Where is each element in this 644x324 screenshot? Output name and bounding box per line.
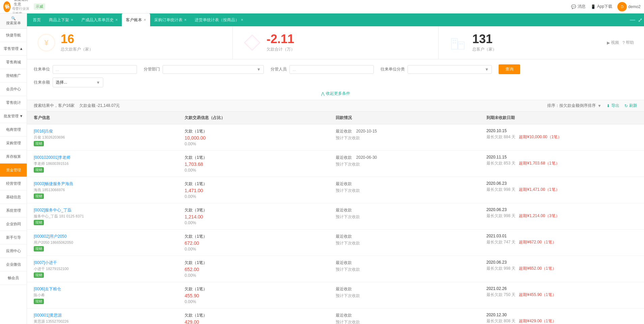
- overdue-link-4[interactable]: 超期¥672.00（1笔）: [519, 240, 556, 244]
- sidebar-item-purchase-mgmt[interactable]: 采购管理: [0, 137, 27, 150]
- sidebar-item-quick-nav[interactable]: 快捷导航: [0, 29, 27, 42]
- filter-group-unit-category: 往来单位分类 ▼: [381, 65, 492, 74]
- tab-product-shelves[interactable]: 商品上下架 ×: [45, 13, 77, 26]
- customer-name-0[interactable]: [0016]吕俊: [34, 128, 185, 134]
- sidebar-item-retail-mall[interactable]: 零售商城: [0, 56, 27, 69]
- customer-name-5[interactable]: [0007]小进干: [34, 260, 185, 266]
- collection-label-4: 最近收款: [336, 234, 486, 239]
- customer-phone-1: 李老师 18600391516: [34, 161, 185, 166]
- overdue-link-0[interactable]: 超期¥10,000.00（1笔）: [519, 135, 562, 139]
- sidebar-item-retail-mgmt[interactable]: 零售管理 ▲: [0, 42, 27, 56]
- help-button[interactable]: ? 帮助: [622, 40, 634, 46]
- total-customers-number: 131: [472, 33, 497, 45]
- tab-inbound-stats-close[interactable]: ×: [241, 18, 243, 22]
- debt-count-7: 欠款（1笔）: [185, 313, 335, 318]
- tab-customer-account-close[interactable]: ×: [144, 18, 146, 22]
- message-icon: 💬: [571, 4, 576, 9]
- last-collection-label-1: 最近收款: [336, 155, 352, 160]
- inventory-label: 库存核算: [2, 154, 25, 159]
- sidebar-item-app-center[interactable]: 应用中心: [0, 244, 27, 258]
- tab-product-shelves-label: 商品上下架: [49, 17, 69, 23]
- debt-amount-4: 672.00: [185, 240, 335, 246]
- overdue-link-6[interactable]: 超期¥455.90（1笔）: [519, 292, 556, 297]
- sidebar-item-corp-wechat[interactable]: 企业微信: [0, 258, 27, 271]
- overdue-info-4: 2021.03.01 最长欠款 747 天 超期¥672.00（1笔）: [486, 234, 637, 245]
- collection-next-1: 预计下次收款: [336, 161, 486, 167]
- person-input[interactable]: ...: [289, 65, 374, 74]
- video-button[interactable]: ▶ 视频: [607, 40, 619, 46]
- tab-home[interactable]: 首页: [29, 13, 45, 26]
- debt-count-5: 欠款（1笔）: [185, 260, 335, 266]
- app-download-button[interactable]: 📱 App下载: [591, 4, 612, 9]
- collection-label-6: 最近收款: [336, 286, 486, 292]
- customer-info-1: [0001020001]李老师 李老师 18600391516 现销: [34, 155, 185, 173]
- collapse-button[interactable]: ⋀ 收起更多条件: [34, 91, 637, 96]
- sidebar-search[interactable]: 🔍 搜索菜单: [0, 13, 27, 29]
- tab-purchase-orders-close[interactable]: ×: [184, 18, 187, 22]
- refresh-button[interactable]: ↻ 刷新: [624, 103, 637, 109]
- customer-name-7[interactable]: [000001]黄思源: [34, 313, 185, 318]
- last-collection-label-3: 最近收款: [336, 208, 352, 212]
- tab-purchase-orders[interactable]: 采购订单统计表 ×: [150, 13, 191, 26]
- customer-name-1[interactable]: [0001020001]李老师: [34, 155, 185, 160]
- query-button[interactable]: 查询: [499, 64, 520, 74]
- sidebar-item-new-guide[interactable]: 新手引导: [0, 231, 27, 244]
- overdue-days-1: 最长欠款 853 天 超期¥1,703.68（1笔）: [486, 160, 637, 166]
- overdue-link-3[interactable]: 超期¥1,214.00（3笔）: [519, 213, 559, 218]
- debt-info-0: 欠款（1笔） 10,000.00 0.00%: [185, 128, 335, 146]
- customer-name-2[interactable]: [0003]畅捷服务尹海燕: [34, 181, 185, 187]
- sidebar-item-marketing[interactable]: 营销推广: [0, 69, 27, 83]
- tab-product-inbound-close[interactable]: ×: [115, 18, 118, 22]
- sidebar-item-member-center[interactable]: 会员中心: [0, 83, 27, 96]
- card-data-debtors: 16 总欠款客户（家）: [61, 33, 93, 52]
- customer-name-4[interactable]: [000002]用户2050: [34, 234, 185, 239]
- messages-button[interactable]: 💬 消息: [571, 4, 586, 9]
- collection-info-6: 最近收款 预计下次收款: [336, 286, 486, 299]
- tab-customer-account[interactable]: 客户账本 ×: [122, 13, 150, 26]
- unit-category-input[interactable]: ▼: [408, 65, 492, 74]
- refresh-icon: ↻: [624, 104, 628, 108]
- overdue-link-1[interactable]: 超期¥1,703.68（1笔）: [519, 161, 559, 166]
- dept-input[interactable]: ▼: [163, 65, 264, 74]
- debtors-label: 总欠款客户（家）: [61, 47, 93, 52]
- from-unit-input[interactable]: ...: [53, 65, 137, 74]
- sidebar-item-member[interactable]: 畅会员: [0, 271, 27, 285]
- svg-rect-5: [458, 42, 464, 49]
- user-profile-button[interactable]: D demo2: [617, 2, 641, 11]
- overdue-link-2[interactable]: 超期¥1,471.00（1笔）: [519, 187, 559, 192]
- sidebar-item-corp-coop[interactable]: 企业协同: [0, 217, 27, 231]
- customer-info-0: [0016]吕俊 吕俊 13026203696 现销: [34, 128, 185, 146]
- overdue-link-7[interactable]: 超期¥429.00（1笔）: [519, 319, 556, 323]
- tab-maximize-button[interactable]: ⤢: [638, 17, 642, 23]
- sidebar-item-finance[interactable]: 资金管理: [0, 164, 27, 177]
- debt-percent-6: 0.00%: [185, 299, 335, 304]
- debt-info-1: 欠款（1笔） 1,703.68 0.00%: [185, 155, 335, 173]
- filter-group-dept: 分管部门 ▼: [144, 65, 264, 74]
- sidebar-item-inventory[interactable]: 库存核算: [0, 150, 27, 164]
- overdue-link-5[interactable]: 超期¥652.00（1笔）: [519, 266, 556, 271]
- tab-product-shelves-close[interactable]: ×: [71, 18, 73, 22]
- page-content: ¥ 16 总欠款客户（家）: [27, 26, 644, 324]
- overdue-days-6: 最长欠款 750 天 超期¥455.90（1笔）: [486, 292, 637, 298]
- sidebar-item-retail-stats[interactable]: 零售统计: [0, 96, 27, 110]
- sidebar-item-system[interactable]: 系统管理: [0, 204, 27, 217]
- export-button[interactable]: ⬇ 导出: [607, 103, 619, 109]
- customer-name-6[interactable]: [0006]去下粮仓: [34, 286, 185, 292]
- export-icon: ⬇: [607, 104, 610, 108]
- sidebar-item-operation[interactable]: 经营管理: [0, 177, 27, 190]
- debt-info-3: 欠款（3笔） 1,214.00 0.00%: [185, 207, 335, 225]
- due-date-3: 2020.06.23: [486, 207, 637, 212]
- customer-name-3[interactable]: [0002]服务中心_丁磊: [34, 207, 185, 213]
- customer-phone-6: 陈小希: [34, 293, 185, 298]
- sidebar-item-ecommerce[interactable]: 电商管理: [0, 123, 27, 137]
- tab-product-inbound[interactable]: 产成品入库单历史 ×: [77, 13, 122, 26]
- overdue-info-2: 2020.06.23 最长欠款 998 天 超期¥1,471.00（1笔）: [486, 181, 637, 193]
- sort-select[interactable]: 排序：按欠款金额倒序排序 ▼: [547, 103, 601, 109]
- tab-minimize-button[interactable]: —: [630, 17, 635, 23]
- tab-inbound-stats[interactable]: 进货单统计表（按商品） ×: [191, 13, 247, 26]
- sidebar-item-batch-mgmt[interactable]: 批发管理 ▼: [0, 110, 27, 123]
- sidebar-item-basic-info[interactable]: 基础信息: [0, 190, 27, 204]
- balance-select[interactable]: 选择... ▼: [53, 78, 103, 87]
- customer-tag-6: 现销: [34, 299, 44, 304]
- summary-card-total-customers: 131 总客户（家） ▶ 视频 ? 帮助: [439, 26, 644, 59]
